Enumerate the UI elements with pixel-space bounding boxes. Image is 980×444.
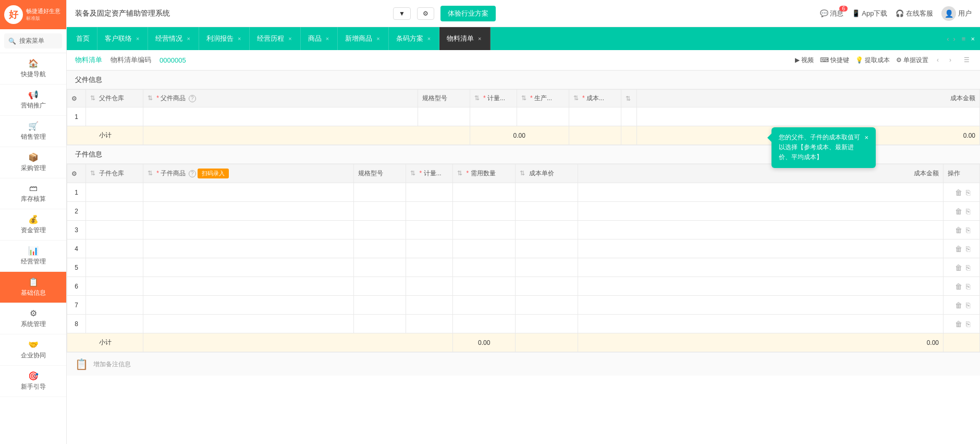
gear-settings-btn[interactable]: ⚙ xyxy=(417,7,434,20)
child-unit-8[interactable] xyxy=(406,315,453,333)
child-qty-4[interactable] xyxy=(453,239,516,258)
tab-op-history[interactable]: 经营历程 × xyxy=(250,27,300,50)
child-warehouse-2[interactable] xyxy=(86,202,143,221)
delete-icon[interactable]: 🗑 xyxy=(953,187,964,198)
notes-placeholder[interactable]: 增加备注信息 xyxy=(93,360,131,369)
child-unit-cost-1[interactable] xyxy=(516,183,578,202)
child-unit-2[interactable] xyxy=(406,202,453,221)
search-menu-button[interactable]: 🔍 搜索菜单 xyxy=(4,33,62,49)
tab-customer[interactable]: 客户联络 × xyxy=(97,27,148,50)
system-dropdown-btn[interactable]: ▼ xyxy=(393,7,411,20)
child-unit-cost-4[interactable] xyxy=(516,239,578,258)
copy-icon[interactable]: ⎘ xyxy=(966,207,970,215)
sort-icon2[interactable]: ⇅ xyxy=(148,94,153,102)
sidebar-item-marketing[interactable]: 📢 营销推广 xyxy=(0,85,66,116)
child-spec-6[interactable] xyxy=(354,277,406,296)
child-col-settings[interactable]: ⚙ xyxy=(67,164,86,183)
parent-warehouse-cell[interactable] xyxy=(86,107,143,126)
child-unit-4[interactable] xyxy=(406,239,453,258)
child-product-1[interactable] xyxy=(143,183,354,202)
child-spec-3[interactable] xyxy=(354,221,406,239)
doc-next-arrow[interactable]: › xyxy=(947,55,953,65)
copy-icon[interactable]: ⎘ xyxy=(966,301,970,309)
sidebar-item-guide[interactable]: 🎯 新手引导 xyxy=(0,366,66,397)
child-qty-7[interactable] xyxy=(453,296,516,315)
sidebar-item-enterprise[interactable]: 🤝 企业协同 xyxy=(0,334,66,366)
parent-spec-cell[interactable] xyxy=(418,107,470,126)
tab-profit[interactable]: 利润报告 × xyxy=(199,27,250,50)
child-unit-6[interactable] xyxy=(406,277,453,296)
copy-icon[interactable]: ⎘ xyxy=(966,282,970,291)
child-spec-7[interactable] xyxy=(354,296,406,315)
trial-button[interactable]: 体验行业方案 xyxy=(440,6,496,21)
tab-grid-icon[interactable]: ≡ xyxy=(960,35,968,43)
child-unit-1[interactable] xyxy=(406,183,453,202)
user-menu[interactable]: 👤 用户 xyxy=(941,6,972,21)
child-unit-5[interactable] xyxy=(406,258,453,277)
parent-unit-cell[interactable] xyxy=(470,107,517,126)
copy-icon[interactable]: ⎘ xyxy=(966,188,970,197)
child-warehouse-7[interactable] xyxy=(86,296,143,315)
child-warehouse-1[interactable] xyxy=(86,183,143,202)
child-warehouse-5[interactable] xyxy=(86,258,143,277)
cost-action[interactable]: 💡 提取成本 xyxy=(855,56,890,65)
sidebar-item-purchase[interactable]: 📦 采购管理 xyxy=(0,147,66,178)
child-product-3[interactable] xyxy=(143,221,354,239)
child-unit-7[interactable] xyxy=(406,296,453,315)
parent-cost-cell[interactable] xyxy=(569,107,621,126)
child-warehouse-4[interactable] xyxy=(86,239,143,258)
doc-prev-arrow[interactable]: ‹ xyxy=(935,55,941,65)
child-sort-icon4[interactable]: ⇅ xyxy=(457,170,462,177)
parent-product-cell[interactable] xyxy=(143,107,418,126)
sidebar-item-operation[interactable]: 📊 经营管理 xyxy=(0,241,66,272)
child-warehouse-3[interactable] xyxy=(86,221,143,239)
online-service-btn[interactable]: 🎧 在线客服 xyxy=(896,9,933,18)
copy-icon[interactable]: ⎘ xyxy=(966,320,970,328)
sidebar-item-basic-info[interactable]: 📋 基础信息 xyxy=(0,272,66,303)
parent-col-settings[interactable]: ⚙ xyxy=(67,90,86,107)
child-product-2[interactable] xyxy=(143,202,354,221)
sort-icon[interactable]: ⇅ xyxy=(90,94,95,102)
child-sort-icon3[interactable]: ⇅ xyxy=(410,170,415,177)
sidebar-item-system[interactable]: ⚙ 系统管理 xyxy=(0,303,66,334)
tab-bom[interactable]: 物料清单 × xyxy=(439,27,490,50)
child-unit-cost-3[interactable] xyxy=(516,221,578,239)
child-warehouse-8[interactable] xyxy=(86,315,143,333)
child-unit-cost-5[interactable] xyxy=(516,258,578,277)
child-sort-icon1[interactable]: ⇅ xyxy=(90,170,95,177)
child-product-5[interactable] xyxy=(143,258,354,277)
message-badge[interactable]: 💬 6 消息 xyxy=(820,9,844,18)
child-spec-4[interactable] xyxy=(354,239,406,258)
tab-goods[interactable]: 商品 × xyxy=(301,27,338,50)
tab-bom-close[interactable]: × xyxy=(477,35,482,42)
child-product-6[interactable] xyxy=(143,277,354,296)
shortcut-action[interactable]: ⌨ 快捷键 xyxy=(820,56,849,65)
child-spec-2[interactable] xyxy=(354,202,406,221)
tab-close-all[interactable]: × xyxy=(967,35,978,43)
tab-prev-arrow[interactable]: ‹ xyxy=(945,35,951,43)
child-unit-cost-2[interactable] xyxy=(516,202,578,221)
child-warehouse-6[interactable] xyxy=(86,277,143,296)
delete-icon[interactable]: 🗑 xyxy=(953,262,964,273)
delete-icon[interactable]: 🗑 xyxy=(953,300,964,310)
sort-handle-icon[interactable]: ⇅ xyxy=(626,95,631,102)
child-qty-3[interactable] xyxy=(453,221,516,239)
tab-barcode[interactable]: 条码方案 × xyxy=(389,27,439,50)
breadcrumb-item1[interactable]: 物料清单 xyxy=(75,55,102,65)
sidebar-item-inventory[interactable]: 🗃 库存核算 xyxy=(0,178,66,209)
info-icon[interactable]: ? xyxy=(189,95,196,102)
child-spec-5[interactable] xyxy=(354,258,406,277)
delete-icon[interactable]: 🗑 xyxy=(953,206,964,217)
tab-operation-status[interactable]: 经营情况 × xyxy=(148,27,199,50)
child-qty-1[interactable] xyxy=(453,183,516,202)
app-download-btn[interactable]: 📱 App下载 xyxy=(852,9,887,18)
tab-add-goods[interactable]: 新增商品 × xyxy=(338,27,388,50)
sort-icon4[interactable]: ⇅ xyxy=(521,94,526,102)
sidebar-item-quick-nav[interactable]: 🏠 快捷导航 xyxy=(0,53,66,85)
tab-goods-close[interactable]: × xyxy=(325,35,330,42)
delete-icon[interactable]: 🗑 xyxy=(953,319,964,329)
child-info-icon[interactable]: ? xyxy=(189,170,196,177)
child-spec-8[interactable] xyxy=(354,315,406,333)
sort-icon5[interactable]: ⇅ xyxy=(573,94,579,102)
child-qty-5[interactable] xyxy=(453,258,516,277)
